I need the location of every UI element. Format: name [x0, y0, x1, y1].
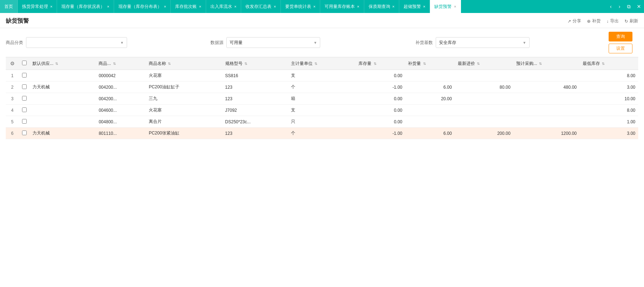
close-icon[interactable]: ×	[274, 4, 276, 9]
close-icon[interactable]: ×	[50, 4, 52, 9]
th-spec[interactable]: 规格型号 ⇅	[222, 57, 288, 70]
cell-latest-price	[455, 105, 513, 116]
nav-tab-available[interactable]: 可用量库存账本 ×	[320, 0, 364, 13]
cell-min-stock: 3.00	[580, 81, 638, 93]
gear-icon[interactable]: ⚙	[9, 60, 16, 67]
cell-default-supplier	[30, 105, 96, 116]
nav-tab-expiry[interactable]: 保质期查询 ×	[364, 0, 399, 13]
close-icon[interactable]: ×	[454, 4, 456, 9]
cell-default-supplier	[30, 93, 96, 105]
row-check-cell	[19, 93, 30, 105]
cell-default-supplier	[30, 116, 96, 128]
query-button[interactable]: 查询	[609, 32, 632, 41]
cell-stock: 0.00	[356, 116, 405, 128]
row-check-cell	[19, 128, 30, 139]
th-default-supplier[interactable]: 默认供应... ⇅	[30, 57, 96, 70]
cell-est-purchase: 480.00	[513, 81, 579, 93]
cell-product-name: 火花塞	[146, 70, 222, 81]
row-checkbox[interactable]	[22, 131, 27, 135]
row-checkbox[interactable]	[22, 119, 27, 124]
nav-tab-batch[interactable]: 库存批次账 ×	[171, 0, 206, 13]
th-latest-price[interactable]: 最新进价 ⇅	[455, 57, 513, 70]
cell-min-stock: 8.00	[580, 70, 638, 81]
share-button[interactable]: ↗ 分享	[567, 18, 581, 24]
cell-product-name: PC200油缸缸子	[146, 81, 222, 93]
cell-replenish-qty: 6.00	[405, 128, 454, 139]
sort-icon: ⇅	[602, 62, 605, 66]
row-num: 6	[6, 128, 19, 139]
row-checkbox[interactable]	[22, 73, 27, 78]
nav-tab-home[interactable]: 首页	[0, 0, 18, 13]
nav-tab-picking[interactable]: 拣货异常处理 ×	[18, 0, 57, 13]
cell-spec: 123	[222, 81, 288, 93]
select-all-checkbox[interactable]	[22, 61, 27, 65]
cell-replenish-qty	[405, 116, 454, 128]
nav-close-button[interactable]: ✕	[634, 0, 644, 13]
page-title: 缺货预警	[6, 17, 29, 25]
export-button[interactable]: ↓ 导出	[606, 18, 619, 24]
row-checkbox[interactable]	[22, 84, 27, 89]
cell-est-purchase	[513, 116, 579, 128]
nav-tab-flow[interactable]: 出入库流水 ×	[206, 0, 241, 13]
th-stock[interactable]: 库存量 ⇅	[356, 57, 405, 70]
nav-tab-stock2[interactable]: 现存量（库存分布表） ×	[114, 0, 171, 13]
settings-button[interactable]: 设置	[609, 44, 632, 53]
th-label: 补货量	[408, 61, 421, 66]
cell-product-code: 004200...	[96, 81, 146, 93]
close-icon[interactable]: ×	[199, 4, 201, 9]
table-row: 6 力天机械 801110... PC200张紧油缸 123 个 -1.00 6…	[6, 128, 638, 139]
th-gear[interactable]: ⚙	[6, 57, 19, 70]
top-nav: 首页 拣货异常处理 × 现存量（库存状况表） × 现存量（库存分布表） × 库存…	[0, 0, 644, 13]
filter-area: 商品分类 ▼ 数据源 可用量 ▼ 补货基数 安全库存 ▼ 查询 设置	[0, 28, 644, 57]
close-icon[interactable]: ×	[313, 4, 316, 9]
close-icon[interactable]: ×	[423, 4, 425, 9]
nav-restore-button[interactable]: ⧉	[624, 0, 634, 13]
replenish-select[interactable]: 安全库存 ▼	[436, 37, 530, 48]
nav-tab-overstock[interactable]: 超储预警 ×	[399, 0, 430, 13]
nav-next-button[interactable]: ›	[615, 0, 624, 13]
row-checkbox[interactable]	[22, 96, 27, 101]
th-product-code[interactable]: 商品... ⇅	[96, 57, 146, 70]
refresh-button[interactable]: ↻ 刷新	[625, 18, 638, 24]
table-row: 5 004800... 离合片 DS250*23c... 只 0.00 1.00	[6, 116, 638, 128]
close-icon[interactable]: ×	[234, 4, 236, 9]
cell-latest-price	[455, 70, 513, 81]
th-est-purchase[interactable]: 预计采购... ⇅	[513, 57, 579, 70]
datasource-value: 可用量	[230, 40, 243, 46]
close-icon[interactable]: ×	[107, 4, 109, 9]
cell-min-stock: 1.00	[580, 116, 638, 128]
nav-tab-requisition[interactable]: 要货单统计表 ×	[281, 0, 320, 13]
th-unit[interactable]: 主计量单位 ⇅	[288, 57, 356, 70]
nav-tab-shortage[interactable]: 缺货预警 ×	[430, 0, 461, 13]
nav-prev-button[interactable]: ‹	[606, 0, 615, 13]
cell-latest-price	[455, 116, 513, 128]
th-replenish-qty[interactable]: 补货量 ⇅	[405, 57, 454, 70]
action-buttons: 查询 设置	[609, 32, 638, 53]
filter-group-category: 商品分类 ▼	[6, 37, 199, 48]
row-num: 5	[6, 116, 19, 128]
datasource-select[interactable]: 可用量 ▼	[226, 37, 320, 48]
cell-stock: 0.00	[356, 105, 405, 116]
chevron-down-icon: ▼	[523, 41, 526, 45]
close-icon[interactable]: ×	[357, 4, 359, 9]
replenish-button[interactable]: ⊕ 补货	[587, 18, 601, 24]
th-product-name[interactable]: 商品名称 ⇅	[146, 57, 222, 70]
cell-product-name: 三九	[146, 93, 222, 105]
close-icon[interactable]: ×	[392, 4, 395, 9]
row-checkbox[interactable]	[22, 107, 27, 112]
cell-unit: 支	[288, 70, 356, 81]
nav-tab-stock1[interactable]: 现存量（库存状况表） ×	[57, 0, 114, 13]
row-num: 1	[6, 70, 19, 81]
category-select[interactable]: ▼	[26, 37, 127, 48]
th-label: 商品名称	[149, 61, 166, 66]
nav-controls: ‹ › ⧉ ✕	[606, 0, 644, 13]
th-min-stock[interactable]: 最低库存 ⇅	[580, 57, 638, 70]
cell-est-purchase: 1200.00	[513, 128, 579, 139]
cell-unit: 个	[288, 128, 356, 139]
cell-unit: 箱	[288, 93, 356, 105]
row-num: 2	[6, 81, 19, 93]
close-icon[interactable]: ×	[164, 4, 166, 9]
table-row: 3 004200... 三九 123 箱 0.00 20.00 10.00	[6, 93, 638, 105]
table-row: 4 004600... 火花塞 J7092 支 0.00 8.00	[6, 105, 638, 116]
nav-tab-summary[interactable]: 收发存汇总表 ×	[241, 0, 280, 13]
